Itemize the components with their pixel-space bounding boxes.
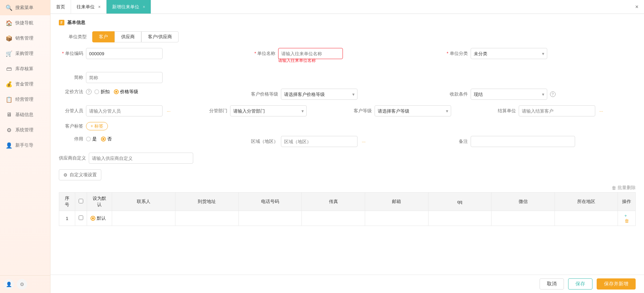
sidebar-item-system[interactable]: ⚙ 系统管理	[0, 122, 50, 138]
td-qq[interactable]	[428, 211, 492, 226]
tab-close-unit-list[interactable]: ×	[98, 5, 101, 9]
settlement-unit-input[interactable]	[519, 105, 595, 116]
settlement-unit-more-btn[interactable]: ···	[598, 108, 605, 114]
radio-yes-label: 是	[92, 136, 97, 142]
home-icon: 🏠	[6, 19, 13, 26]
region-more-btn[interactable]: ···	[360, 139, 367, 144]
td-no: 1	[59, 211, 75, 226]
unit-name-error: 请输入往来单位名称	[278, 58, 316, 64]
custom-settings-btn[interactable]: ⚙ 自定义项设置	[59, 169, 101, 180]
td-email[interactable]	[365, 211, 428, 226]
cancel-button[interactable]: 取消	[540, 278, 564, 290]
tab-bar-close[interactable]: ×	[630, 0, 644, 14]
radio-no[interactable]: 否	[101, 136, 112, 142]
customer-price-level-select-wrap: 请选择客户价格等级 ▾	[281, 89, 358, 100]
row-unit-info: 单位编码 单位名称 请输入往来单位名称 单位分类 未分类 ▾	[59, 48, 636, 66]
td-region[interactable]	[555, 211, 618, 226]
sidebar-item-guide[interactable]: 👤 新手引导	[0, 138, 50, 153]
address-input[interactable]	[179, 216, 235, 221]
row-manager: 分管人员 ··· 分管部门 请输入分管部门 ▾ 客户等级 请选择客户等级	[59, 105, 636, 116]
contact-input[interactable]	[116, 216, 172, 221]
td-wechat[interactable]	[492, 211, 555, 226]
sidebar-item-operations[interactable]: 📋 经营管理	[0, 92, 50, 107]
th-email: 邮箱	[365, 193, 428, 211]
sidebar-avatar[interactable]: 👤	[3, 279, 14, 290]
operations-icon: 📋	[6, 96, 13, 103]
manager-input[interactable]	[86, 105, 163, 116]
customer-price-level-select[interactable]: 请选择客户价格等级	[281, 89, 358, 100]
pricing-method-help[interactable]: ?	[86, 89, 92, 95]
phone-input[interactable]	[242, 216, 298, 221]
row-supplier-custom: 供应商自定义	[59, 153, 636, 164]
wechat-input[interactable]	[495, 216, 551, 221]
sidebar-item-sales[interactable]: 📦 销售管理	[0, 31, 50, 46]
add-tag-btn[interactable]: + 标签	[86, 122, 108, 130]
unit-type-buttons: 客户 供应商 客户/供应商	[92, 31, 179, 42]
add-row-btn[interactable]: +	[624, 213, 627, 218]
tab-label: 往来单位	[77, 4, 95, 10]
sidebar-item-inventory[interactable]: 🗃 库存核算	[0, 61, 50, 76]
radio-price-level[interactable]: 价格等级	[114, 89, 138, 95]
payment-terms-select-wrap: 现结 ▾	[471, 89, 547, 100]
delete-row-btn[interactable]: 🗑	[625, 218, 629, 223]
sidebar-item-quicknav[interactable]: 🏠 快捷导航	[0, 15, 50, 31]
unit-code-label: 单位编码	[59, 50, 83, 57]
field-settlement-unit: 结算单位 ···	[492, 105, 636, 116]
td-action: + 🗑	[618, 211, 636, 226]
remarks-input[interactable]	[471, 136, 575, 147]
bottom-bar: 取消 保存 保存并新增	[50, 275, 644, 293]
form-area: F 基本信息 单位类型 客户 供应商 客户/供应商 单位编码 单位名称	[50, 14, 644, 275]
sidebar-item-search[interactable]: 🔍 搜索菜单	[0, 0, 50, 15]
manager-more-btn[interactable]: ···	[165, 108, 172, 114]
default-radio[interactable]: 默认	[91, 215, 108, 221]
th-address: 到货地址	[175, 193, 239, 211]
remarks-label: 备注	[443, 138, 468, 145]
td-address[interactable]	[175, 211, 239, 226]
row-checkbox[interactable]	[79, 215, 83, 220]
td-phone[interactable]	[238, 211, 302, 226]
short-name-input[interactable]	[86, 72, 163, 83]
td-default: 默认	[87, 211, 112, 226]
email-input[interactable]	[369, 216, 425, 221]
tab-unit-list[interactable]: 往来单位 ×	[71, 0, 107, 14]
tab-close-new-unit[interactable]: ×	[143, 5, 145, 9]
td-fax[interactable]	[302, 211, 365, 226]
unit-category-select[interactable]: 未分类	[471, 48, 547, 59]
btn-customer[interactable]: 客户	[92, 31, 115, 42]
radio-discount[interactable]: 折扣	[94, 89, 110, 95]
unit-name-label: 单位名称	[251, 50, 275, 57]
customer-level-select[interactable]: 请选择客户等级	[375, 105, 451, 116]
sidebar-item-basic-info[interactable]: 🖥 基础信息	[0, 107, 50, 122]
bulk-delete-label[interactable]: 批量删除	[618, 185, 636, 191]
radio-yes[interactable]: 是	[86, 136, 97, 142]
unit-category-label: 单位分类	[443, 50, 468, 57]
supplier-custom-input[interactable]	[89, 153, 193, 164]
add-tag-label: + 标签	[91, 123, 103, 129]
qq-input[interactable]	[432, 216, 488, 221]
row-tags: 客户标签 + 标签	[59, 122, 636, 130]
tab-new-unit[interactable]: 新增往来单位 ×	[107, 0, 151, 14]
sidebar-item-finance[interactable]: 💰 资金管理	[0, 76, 50, 92]
tab-label: 新增往来单位	[112, 4, 139, 10]
region-label: 区域（地区）	[251, 138, 278, 145]
fax-input[interactable]	[305, 216, 361, 221]
save-button[interactable]: 保存	[568, 278, 592, 290]
department-select[interactable]: 请输入分管部门	[230, 105, 307, 116]
select-all-checkbox[interactable]	[79, 199, 83, 203]
th-default: 设为默认	[87, 193, 112, 211]
sidebar-settings[interactable]: ⚙	[17, 279, 27, 290]
payment-terms-help[interactable]: ?	[550, 91, 556, 97]
row-region-input[interactable]	[558, 216, 614, 221]
department-select-wrap: 请输入分管部门 ▾	[230, 105, 307, 116]
sidebar-item-purchase[interactable]: 🛒 采购管理	[0, 46, 50, 61]
search-icon: 🔍	[6, 4, 13, 11]
tab-home[interactable]: 首页	[50, 0, 71, 14]
region-input[interactable]	[281, 136, 358, 147]
inventory-icon: 🗃	[6, 65, 13, 72]
btn-customer-supplier[interactable]: 客户/供应商	[141, 31, 179, 42]
save-new-button[interactable]: 保存并新增	[597, 278, 636, 290]
unit-code-input[interactable]	[86, 48, 163, 59]
btn-supplier[interactable]: 供应商	[115, 31, 141, 42]
td-contact[interactable]	[112, 211, 175, 226]
payment-terms-select[interactable]: 现结	[471, 89, 547, 100]
